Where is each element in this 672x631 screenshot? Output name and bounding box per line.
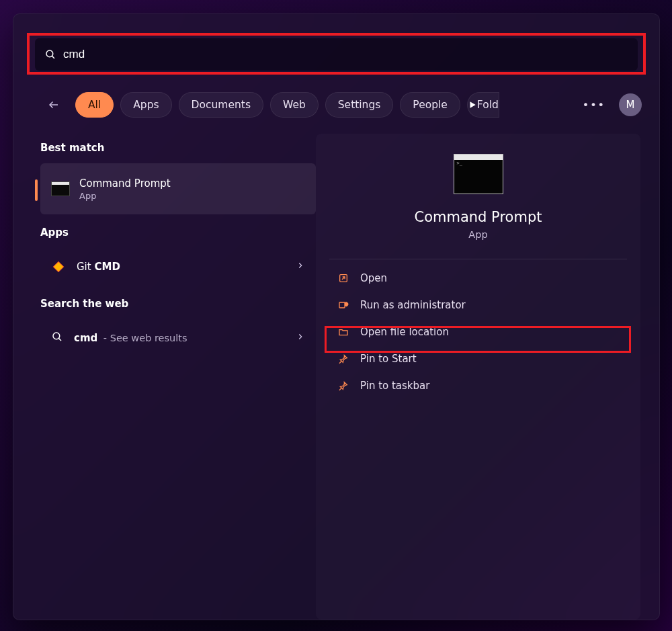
- section-apps: Apps: [40, 226, 316, 239]
- detail-subtitle: App: [316, 229, 640, 240]
- section-search-web: Search the web: [40, 298, 316, 310]
- more-button[interactable]: •••: [583, 99, 605, 112]
- action-run-as-admin[interactable]: Run as administrator: [329, 292, 627, 319]
- filter-web[interactable]: Web: [270, 92, 319, 118]
- pin-icon: [337, 380, 349, 392]
- action-label: Open file location: [360, 326, 449, 338]
- action-label: Pin to taskbar: [360, 380, 429, 392]
- filter-bar: All Apps Documents Web Settings People F…: [43, 92, 499, 118]
- chevron-right-icon: [296, 261, 305, 273]
- folder-icon: [337, 326, 349, 338]
- cmd-icon: [51, 181, 70, 196]
- cmd-icon-large: [454, 154, 503, 194]
- results-column: Best match Command Prompt App Apps Git C…: [13, 134, 316, 620]
- filter-settings[interactable]: Settings: [325, 92, 394, 118]
- action-open-file-location[interactable]: Open file location: [329, 319, 627, 345]
- svg-line-7: [59, 339, 61, 341]
- search-input[interactable]: [56, 48, 628, 61]
- result-title: Command Prompt: [79, 177, 171, 190]
- action-pin-start[interactable]: Pin to Start: [329, 345, 627, 372]
- search-icon: [44, 48, 56, 60]
- svg-point-0: [46, 50, 53, 57]
- result-web-cmd[interactable]: cmd - See web results: [40, 319, 316, 357]
- git-icon: [51, 259, 66, 274]
- detail-title: Command Prompt: [316, 209, 640, 225]
- svg-line-1: [52, 56, 54, 58]
- section-best-match: Best match: [40, 142, 316, 154]
- search-icon: [51, 331, 63, 345]
- content-area: Best match Command Prompt App Apps Git C…: [13, 134, 659, 620]
- detail-panel: Command Prompt App Open Run as administr…: [316, 134, 640, 620]
- filter-people[interactable]: People: [400, 92, 460, 118]
- admin-shield-icon: [337, 299, 349, 311]
- top-right-controls: ••• M: [583, 93, 642, 116]
- result-git-label: Git CMD: [77, 261, 120, 273]
- action-pin-taskbar[interactable]: Pin to taskbar: [329, 372, 627, 399]
- action-label: Open: [360, 272, 387, 284]
- search-window: All Apps Documents Web Settings People F…: [13, 13, 660, 620]
- filter-apps[interactable]: Apps: [120, 92, 171, 118]
- result-subtitle: App: [79, 191, 171, 201]
- pin-icon: [337, 353, 349, 365]
- action-label: Run as administrator: [360, 299, 466, 311]
- svg-marker-3: [470, 101, 476, 108]
- result-command-prompt[interactable]: Command Prompt App: [40, 163, 316, 214]
- chevron-right-icon: [296, 332, 305, 344]
- filter-all[interactable]: All: [75, 92, 114, 118]
- action-open[interactable]: Open: [329, 265, 627, 292]
- result-git-cmd[interactable]: Git CMD: [40, 248, 316, 286]
- play-icon[interactable]: [459, 92, 486, 118]
- web-result-label: cmd - See web results: [74, 332, 187, 344]
- action-label: Pin to Start: [360, 353, 417, 365]
- svg-marker-5: [54, 262, 63, 271]
- divider: [329, 259, 627, 259]
- search-bar[interactable]: [35, 38, 638, 71]
- svg-point-6: [53, 333, 60, 339]
- svg-rect-9: [339, 302, 345, 308]
- filter-documents[interactable]: Documents: [179, 92, 263, 118]
- user-avatar[interactable]: M: [619, 93, 642, 116]
- back-button[interactable]: [43, 94, 65, 116]
- open-icon: [337, 272, 349, 284]
